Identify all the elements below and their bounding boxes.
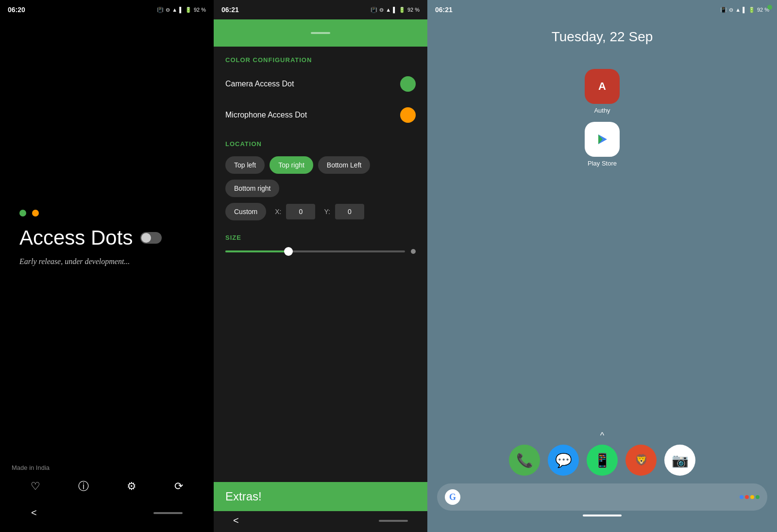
color-config-section-label: COLOR CONFIGURATION xyxy=(214,47,427,68)
signal-icon-p2: ▌ xyxy=(393,7,397,13)
mic-dot-label: Microphone Access Dot xyxy=(225,111,307,119)
brave-icon-glyph: 🦁 xyxy=(635,454,648,466)
vibrate-icon-p2: 📳 xyxy=(371,7,377,13)
battery-icon-p2: 🔋 xyxy=(399,7,405,13)
battery-icon-p3: 🔋 xyxy=(748,7,755,13)
time-p2: 06:21 xyxy=(221,6,239,14)
camera-dock-icon[interactable]: 📷 xyxy=(664,445,695,476)
play-store-svg xyxy=(591,129,613,150)
app-subtitle: Early release, under development... xyxy=(19,257,194,266)
slider-end-dot xyxy=(411,249,416,254)
play-store-icon[interactable] xyxy=(585,122,620,157)
size-section-label: SIZE xyxy=(225,234,416,241)
google-g-logo: G xyxy=(445,489,460,505)
app-intro-content: Access Dots Early release, under develop… xyxy=(0,19,214,456)
g-dot-blue xyxy=(740,495,743,499)
title-row: Access Dots xyxy=(19,226,194,249)
app-icon-row: A Authy xyxy=(585,69,620,114)
y-input[interactable]: 0 xyxy=(335,204,364,219)
panel-settings: 06:21 📳 ⊖ ▲ ▌ 🔋 92 % COLOR CONFIGURATION… xyxy=(214,0,427,532)
location-row1: Top left Top right Bottom Left xyxy=(225,156,416,174)
orange-dot xyxy=(32,210,39,216)
app-icon-row2: Play Store xyxy=(585,122,620,167)
drag-handle[interactable] xyxy=(311,32,330,34)
g-dot-green xyxy=(756,495,760,499)
top-left-button[interactable]: Top left xyxy=(225,156,265,174)
settings-content: COLOR CONFIGURATION Camera Access Dot Mi… xyxy=(214,47,427,482)
authy-icon[interactable]: A xyxy=(585,69,620,104)
panel-access-dots: 06:20 📳 ⊖ ▲ ▌ 🔋 92 % Access Dots Early r… xyxy=(0,0,214,532)
home-pill-p2[interactable] xyxy=(379,520,408,522)
nav-bar-p1: < xyxy=(12,503,202,524)
mic-dot-row: Microphone Access Dot xyxy=(214,100,427,131)
battery-pct-p1: 92 % xyxy=(194,7,206,13)
slider-fill xyxy=(225,250,288,252)
back-button-p1[interactable]: < xyxy=(31,507,37,518)
home-pill-p1[interactable] xyxy=(153,512,183,514)
status-bar-p1: 06:20 📳 ⊖ ▲ ▌ 🔋 92 % xyxy=(0,0,214,19)
green-dot xyxy=(19,210,26,216)
app-icon-area: A Authy Play Store xyxy=(427,59,777,184)
extras-bar[interactable]: Extras! xyxy=(214,482,427,511)
authy-app-item[interactable]: A Authy xyxy=(585,69,620,114)
whatsapp-dock-icon[interactable]: 📱 xyxy=(587,445,618,476)
battery-pct-p2: 92 % xyxy=(407,7,420,13)
made-in-india-label: Made in India xyxy=(12,464,202,471)
extras-label: Extras! xyxy=(225,490,262,503)
top-right-button[interactable]: Top right xyxy=(270,156,313,174)
info-icon[interactable]: ⓘ xyxy=(78,479,89,494)
wifi-icon: ▲ xyxy=(172,7,177,13)
wifi-icon-p2: ▲ xyxy=(386,7,391,13)
wifi-icon-p3: ▲ xyxy=(735,7,741,13)
dnd-icon-p2: ⊖ xyxy=(379,7,384,13)
mic-color-picker[interactable] xyxy=(400,107,416,123)
bottom-toolbar: ♡ ⓘ ⚙ ⟳ xyxy=(12,479,202,494)
status-icons-p3: 📳 ⊖ ▲ ▌ 🔋 92 % xyxy=(720,7,769,13)
whatsapp-icon-glyph: 📱 xyxy=(594,452,611,468)
status-icons-p1: 📳 ⊖ ▲ ▌ 🔋 92 % xyxy=(157,7,206,13)
settings-icon[interactable]: ⚙ xyxy=(127,480,136,493)
g-dot-yellow xyxy=(750,495,754,499)
x-input[interactable]: 0 xyxy=(286,204,315,219)
home-date: Tuesday, 22 Sep xyxy=(427,29,777,45)
location-row3: Custom X: 0 Y: 0 xyxy=(225,203,416,220)
app-drawer-chevron[interactable]: ^ xyxy=(427,431,777,441)
signal-icon: ▌ xyxy=(179,7,183,13)
vibrate-icon: 📳 xyxy=(157,7,164,13)
favorite-icon[interactable]: ♡ xyxy=(31,480,40,493)
bottom-left-button[interactable]: Bottom Left xyxy=(318,156,371,174)
phone-icon-glyph: 📞 xyxy=(516,452,533,468)
size-section: SIZE xyxy=(214,230,427,264)
home-pill-p3[interactable] xyxy=(583,515,622,516)
svg-text:A: A xyxy=(598,80,606,92)
nav-bar-p2: < xyxy=(214,511,427,532)
slider-thumb[interactable] xyxy=(284,247,293,256)
location-section: Top left Top right Bottom Left Bottom ri… xyxy=(214,152,427,230)
phone-dock-icon[interactable]: 📞 xyxy=(509,445,540,476)
play-store-app-item[interactable]: Play Store xyxy=(585,122,620,167)
size-slider-track[interactable] xyxy=(225,250,405,252)
bottom-right-button[interactable]: Bottom right xyxy=(225,180,279,197)
brave-dock-icon[interactable]: 🦁 xyxy=(625,445,657,476)
main-toggle[interactable] xyxy=(140,232,162,244)
y-label: Y: xyxy=(324,208,330,216)
google-search-bar[interactable]: G xyxy=(437,483,767,511)
messages-dock-icon[interactable]: 💬 xyxy=(548,445,579,476)
battery-icon: 🔋 xyxy=(185,7,192,13)
history-icon[interactable]: ⟳ xyxy=(174,480,183,493)
panel1-bottom-area: Made in India ♡ ⓘ ⚙ ⟳ < xyxy=(0,456,214,532)
custom-button[interactable]: Custom xyxy=(225,203,266,220)
dnd-icon-p3: ⊖ xyxy=(729,7,733,13)
play-store-label: Play Store xyxy=(588,160,617,167)
status-icons-p2: 📳 ⊖ ▲ ▌ 🔋 92 % xyxy=(371,7,420,13)
nav-bar-p3 xyxy=(427,511,777,522)
back-button-p2[interactable]: < xyxy=(233,515,239,526)
app-title: Access Dots xyxy=(19,226,133,249)
location-section-label: LOCATION xyxy=(214,131,427,152)
panel-homescreen: 06:21 📳 ⊖ ▲ ▌ 🔋 92 % Tuesday, 22 Sep A A… xyxy=(427,0,777,532)
authy-label: Authy xyxy=(594,107,610,114)
camera-icon-glyph: 📷 xyxy=(672,452,689,468)
dnd-icon: ⊖ xyxy=(166,7,170,13)
camera-color-picker[interactable] xyxy=(400,76,416,92)
location-row2: Bottom right xyxy=(225,180,416,197)
